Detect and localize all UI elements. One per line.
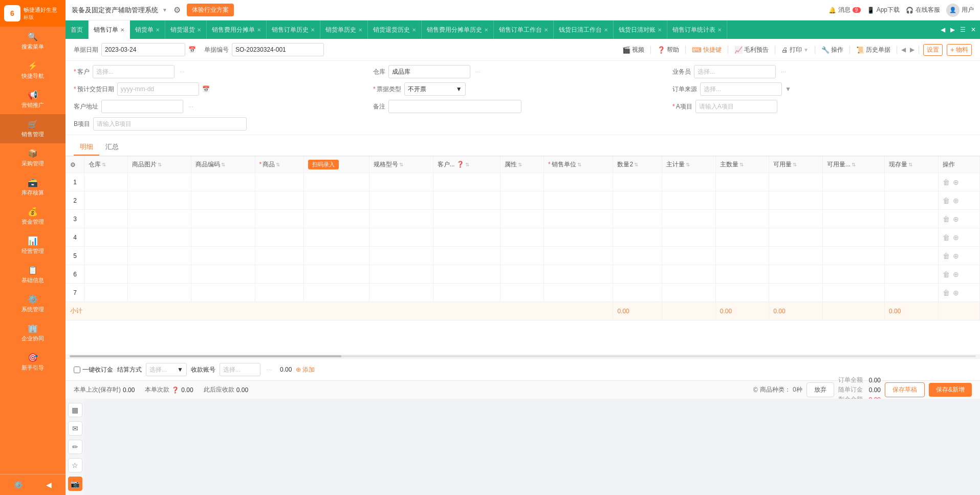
row-main-unit[interactable] <box>662 284 716 302</box>
row-customer-ref[interactable] <box>433 265 500 284</box>
row-warehouse[interactable] <box>84 210 128 228</box>
row-attr[interactable] <box>500 210 544 228</box>
col-product-img[interactable]: 商品图片⇅ <box>127 157 191 173</box>
profit-btn[interactable]: 📈 毛利预告 <box>732 45 771 55</box>
col-available[interactable]: 可用量⇅ <box>769 157 823 173</box>
row-available2[interactable] <box>822 284 884 302</box>
add-payment-btn[interactable]: ⊕ 添加 <box>296 365 315 374</box>
row-product[interactable] <box>255 210 304 228</box>
tab-close-icon[interactable]: ✕ <box>197 27 201 33</box>
col-customer-ref[interactable]: 客户... ❓⇅ <box>433 157 500 173</box>
doc-no-input[interactable] <box>232 43 324 56</box>
row-warehouse[interactable] <box>84 265 128 284</box>
order-source-input[interactable] <box>700 82 782 96</box>
row-attr[interactable] <box>500 247 544 265</box>
sidebar-item-guide[interactable]: 🎯 新手引导 <box>0 348 66 377</box>
sidebar-item-operations[interactable]: 📊 经营管理 <box>0 231 66 260</box>
row-main-qty[interactable] <box>715 228 769 247</box>
scroll-track[interactable] <box>70 355 976 357</box>
row-sales-unit[interactable] <box>543 210 613 228</box>
one-click-checkbox[interactable]: 一键收订金 <box>74 365 113 374</box>
save-draft-btn[interactable]: 保存草稿 <box>885 382 925 397</box>
row-available[interactable] <box>769 284 823 302</box>
row-qty2[interactable] <box>613 284 662 302</box>
col-product[interactable]: 商品⇅ <box>255 157 304 173</box>
row-scan[interactable] <box>304 265 369 284</box>
row-customer-ref[interactable] <box>433 173 500 191</box>
row-attr[interactable] <box>500 173 544 191</box>
row-main-qty[interactable] <box>715 210 769 228</box>
view-btn[interactable]: 🎬 视频 <box>620 45 646 55</box>
delete-icon[interactable]: 🗑 <box>943 233 950 242</box>
row-product[interactable] <box>255 284 304 302</box>
row-scan[interactable] <box>304 228 369 247</box>
notification-btn[interactable]: 🔔 消息 9 <box>829 6 861 14</box>
tab-home[interactable]: 首页 <box>66 20 89 39</box>
row-stock[interactable] <box>885 210 939 228</box>
tab-detail[interactable]: 明细 <box>74 139 99 156</box>
row-warehouse[interactable] <box>84 247 128 265</box>
tab-sales-order[interactable]: 销售订单 ✕ <box>89 20 130 39</box>
tab-close-icon[interactable]: ✕ <box>484 27 488 33</box>
account-ellipsis-icon[interactable]: ··· <box>267 366 272 373</box>
row-product[interactable] <box>255 247 304 265</box>
row-customer-ref[interactable] <box>433 247 500 265</box>
row-product-img[interactable] <box>127 173 191 191</box>
row-spec[interactable] <box>369 210 433 228</box>
warehouse-input[interactable] <box>388 65 470 78</box>
print-btn[interactable]: 🖨 打印 ▼ <box>779 45 811 55</box>
row-spec[interactable] <box>369 228 433 247</box>
row-main-qty[interactable] <box>715 284 769 302</box>
row-available[interactable] <box>769 265 823 284</box>
customer-ellipsis-icon[interactable]: ··· <box>180 68 185 75</box>
row-main-qty[interactable] <box>715 265 769 284</box>
row-scan[interactable] <box>304 210 369 228</box>
account-select[interactable]: 选择... <box>220 363 260 376</box>
tab-close-all-icon[interactable]: ✕ <box>969 25 978 34</box>
sidebar-item-basic[interactable]: 📋 基础信息 <box>0 260 66 289</box>
tab-order-stats[interactable]: 销售订单统计表 ✕ <box>667 20 727 39</box>
rp-grid-btn[interactable]: ▦ <box>68 403 82 417</box>
row-customer-ref[interactable] <box>433 284 500 302</box>
row-available[interactable] <box>769 210 823 228</box>
row-attr[interactable] <box>500 265 544 284</box>
row-main-unit[interactable] <box>662 191 716 210</box>
tab-sales-expense[interactable]: 销售费用分摊单 ✕ <box>207 20 267 39</box>
tab-return-history[interactable]: 销货退货历史 ✕ <box>368 20 422 39</box>
delete-icon[interactable]: 🗑 <box>943 289 950 297</box>
col-available2[interactable]: 可用量...⇅ <box>822 157 884 173</box>
row-available2[interactable] <box>822 173 884 191</box>
row-attr[interactable] <box>500 191 544 210</box>
sidebar-item-finance[interactable]: 💰 资金管理 <box>0 202 66 231</box>
col-main-qty[interactable]: 主数量⇅ <box>715 157 769 173</box>
tab-sales-invoice[interactable]: 销货单 ✕ <box>130 20 165 39</box>
settlement-select[interactable]: 选择... ▼ <box>146 363 187 376</box>
tab-menu-icon[interactable]: ☰ <box>958 25 968 34</box>
row-sales-unit[interactable] <box>543 173 613 191</box>
online-support-btn[interactable]: 🎧 在线客服 <box>906 6 940 14</box>
row-spec[interactable] <box>369 284 433 302</box>
help-btn[interactable]: ❓ 帮助 <box>655 45 681 55</box>
row-available[interactable] <box>769 228 823 247</box>
discard-btn[interactable]: 放弃 <box>807 382 834 397</box>
row-scan[interactable] <box>304 173 369 191</box>
sidebar-item-purchase[interactable]: 📦 采购管理 <box>0 143 66 173</box>
sidebar-item-search[interactable]: 🔍 搜索菜单 <box>0 27 66 56</box>
row-product[interactable] <box>255 228 304 247</box>
row-stock[interactable] <box>885 265 939 284</box>
add-material-btn[interactable]: + 物料 <box>947 44 972 56</box>
app-download-btn[interactable]: 📱 App下载 <box>867 6 900 14</box>
row-stock[interactable] <box>885 284 939 302</box>
row-product-code[interactable] <box>191 247 255 265</box>
row-warehouse[interactable] <box>84 284 128 302</box>
row-product-code[interactable] <box>191 284 255 302</box>
settings-gear-icon[interactable]: ⚙ <box>173 5 181 15</box>
tab-daily-workbench[interactable]: 钱货日清工作台 ✕ <box>554 20 614 39</box>
col-settings[interactable]: ⚙ <box>66 157 84 173</box>
tab-order-workbench[interactable]: 销售订单工作台 ✕ <box>494 20 554 39</box>
row-available[interactable] <box>769 247 823 265</box>
salesperson-ellipsis-icon[interactable]: ··· <box>781 68 786 75</box>
row-main-qty[interactable] <box>715 191 769 210</box>
row-sales-unit[interactable] <box>543 284 613 302</box>
tab-close-icon[interactable]: ✕ <box>604 27 608 33</box>
